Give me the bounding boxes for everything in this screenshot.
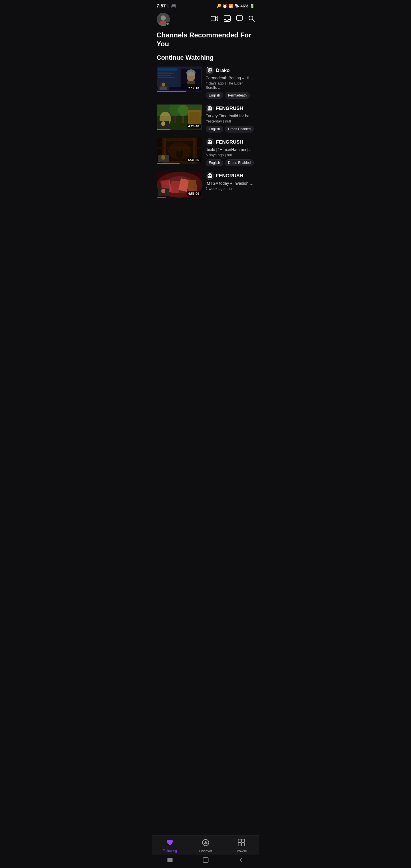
duration-fengrush1: 4:25:40 bbox=[187, 124, 201, 128]
svg-point-60 bbox=[208, 141, 209, 143]
video-title-fengrush3: !MTGA today + Invasion !build [… bbox=[206, 181, 255, 186]
chat-icon[interactable] bbox=[236, 16, 243, 23]
video-item-fengrush1[interactable]: 4:25:40 FENGRUSH Turkey bbox=[152, 102, 259, 135]
progress-drako bbox=[157, 91, 186, 92]
thumbnail-fengrush2: 6:31:36 bbox=[157, 138, 202, 164]
tag-english-fengrush1[interactable]: English bbox=[206, 126, 223, 132]
duration-drako: 7:17:10 bbox=[187, 86, 201, 91]
drako-avatar-svg bbox=[206, 66, 214, 74]
video-meta-fengrush2: 6 days ago | null bbox=[206, 153, 255, 157]
tags-fengrush1: English Drops Enabled bbox=[206, 126, 255, 132]
browse-label: Browse bbox=[235, 849, 247, 853]
inbox-icon[interactable] bbox=[224, 16, 231, 23]
progress-fengrush1 bbox=[157, 129, 170, 130]
status-right: 🔑 ⏰ 📶 📡 46% 🔋 bbox=[216, 4, 254, 8]
video-info-drako: Drako Permadeath Betting – Higher … 4 da… bbox=[206, 66, 255, 99]
channel-avatar-fengrush2 bbox=[206, 138, 214, 146]
following-icon bbox=[166, 839, 173, 848]
channel-row-drako: Drako bbox=[206, 66, 255, 74]
tags-drako: English Permadeath bbox=[206, 92, 255, 99]
svg-rect-87 bbox=[169, 858, 171, 862]
svg-point-27 bbox=[208, 69, 210, 70]
user-avatar-wrap[interactable] bbox=[157, 13, 170, 26]
svg-point-44 bbox=[210, 107, 211, 109]
duration-fengrush3: 4:56:09 bbox=[187, 191, 201, 196]
discover-label: Discover bbox=[199, 849, 212, 853]
battery-percent: 46% bbox=[240, 4, 248, 8]
header-icons bbox=[211, 16, 255, 23]
status-bar: 7:57  🎮 🔑 ⏰ 📶 📡 46% 🔋 bbox=[152, 0, 259, 10]
search-icon[interactable] bbox=[248, 16, 255, 23]
svg-point-61 bbox=[210, 141, 211, 143]
browse-icon bbox=[238, 839, 245, 848]
svg-point-55 bbox=[161, 155, 165, 160]
android-nav bbox=[152, 855, 259, 868]
video-info-fengrush1: FENGRUSH Turkey Time !build for hammer… … bbox=[206, 104, 255, 132]
tag-english-fengrush2[interactable]: English bbox=[206, 159, 223, 166]
thumbnail-drako: 7:17:10 bbox=[157, 66, 202, 92]
progress-fengrush3 bbox=[157, 197, 166, 197]
svg-point-78 bbox=[210, 175, 211, 176]
svg-point-39 bbox=[161, 121, 165, 126]
video-info-fengrush2: FENGRUSH !build [2H axe/Hammer] ~ !SER… … bbox=[206, 138, 255, 166]
svg-rect-83 bbox=[238, 843, 241, 846]
svg-rect-86 bbox=[167, 858, 169, 862]
android-recents[interactable] bbox=[167, 857, 173, 865]
channel-row-fengrush2: FENGRUSH bbox=[206, 138, 255, 146]
svg-rect-11 bbox=[158, 72, 172, 72]
android-back[interactable] bbox=[238, 857, 244, 865]
fengrush3-avatar-svg bbox=[206, 172, 214, 180]
svg-rect-14 bbox=[158, 77, 175, 78]
svg-rect-6 bbox=[236, 16, 242, 20]
video-item-drako[interactable]: 7:17:10 Drako bbox=[152, 64, 259, 102]
svg-point-1 bbox=[161, 16, 166, 21]
progress-fengrush2 bbox=[157, 163, 180, 164]
duration-fengrush2: 6:31:36 bbox=[187, 158, 201, 162]
channel-avatar-drako bbox=[206, 66, 214, 74]
video-title-fengrush1: Turkey Time !build for hammer… bbox=[206, 114, 255, 118]
thumb-bg-drako: 7:17:10 bbox=[157, 66, 202, 92]
fengrush2-avatar-svg bbox=[206, 138, 214, 146]
svg-rect-24 bbox=[160, 87, 167, 90]
recommended-title: Channels Recommended For You bbox=[152, 29, 259, 51]
content-area: Channels Recommended For You Continue Wa… bbox=[152, 29, 259, 240]
signal-icon: 📡 bbox=[234, 4, 239, 8]
bottom-nav: Following Discover Browse bbox=[152, 835, 259, 856]
following-label: Following bbox=[163, 849, 177, 853]
video-icon[interactable] bbox=[211, 16, 218, 23]
status-left: 7:57  🎮 bbox=[157, 3, 177, 9]
tag-permadeath[interactable]: Permadeath bbox=[225, 92, 250, 99]
svg-rect-84 bbox=[242, 839, 244, 842]
android-home[interactable] bbox=[202, 857, 209, 865]
nav-discover[interactable]: Discover bbox=[188, 839, 223, 853]
battery-icon: 🔋 bbox=[250, 4, 255, 8]
channel-name-fengrush1: FENGRUSH bbox=[216, 106, 243, 111]
svg-rect-89 bbox=[203, 858, 208, 863]
tag-drops-enabled-fengrush2[interactable]: Drops Enabled bbox=[225, 159, 254, 166]
channel-avatar-fengrush3 bbox=[206, 172, 214, 180]
tag-english-drako[interactable]: English bbox=[206, 92, 223, 99]
status-time: 7:57 bbox=[157, 3, 166, 8]
svg-rect-59 bbox=[208, 142, 212, 145]
video-meta-fengrush1: Yesterday | null bbox=[206, 119, 255, 123]
svg-point-34 bbox=[178, 104, 188, 116]
nav-browse[interactable]: Browse bbox=[223, 839, 259, 853]
video-item-fengrush2[interactable]: 6:31:36 FENGRUSH !build [2H axe/Hamme bbox=[152, 135, 259, 169]
video-title-fengrush2: !build [2H axe/Hammer] ~ !SER… bbox=[206, 147, 255, 152]
channel-name-fengrush3: FENGRUSH bbox=[216, 173, 243, 179]
channel-row-fengrush3: FENGRUSH bbox=[206, 172, 255, 180]
key-icon: 🔑 bbox=[216, 4, 221, 8]
video-item-fengrush3[interactable]: 4:56:09 FENGRUSH !MTGA today + Invasi bbox=[152, 169, 259, 200]
svg-point-28 bbox=[210, 69, 211, 70]
svg-rect-4 bbox=[211, 16, 216, 21]
svg-rect-12 bbox=[158, 73, 174, 74]
tag-drops-enabled-fengrush1[interactable]: Drops Enabled bbox=[225, 126, 254, 132]
wifi-icon: 📶 bbox=[228, 4, 233, 8]
svg-point-18 bbox=[186, 69, 195, 76]
alarm-icon: ⏰ bbox=[222, 4, 227, 8]
thumbnail-fengrush3: 4:56:09 bbox=[157, 172, 202, 197]
nav-following[interactable]: Following bbox=[152, 839, 188, 853]
svg-rect-36 bbox=[190, 112, 199, 124]
svg-rect-10 bbox=[158, 68, 177, 71]
fengrush1-avatar-svg bbox=[206, 104, 214, 113]
